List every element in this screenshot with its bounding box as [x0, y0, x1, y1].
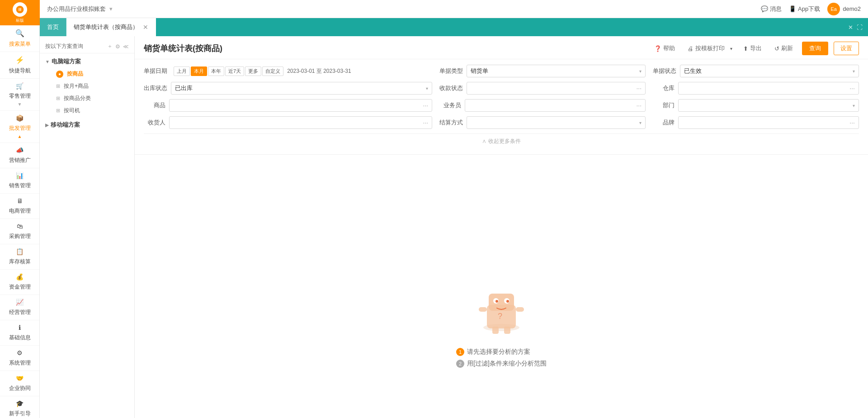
goods-select[interactable]: ··· — [169, 99, 432, 112]
tree-item-by-category[interactable]: ⊞ 按商品分类 — [52, 92, 134, 104]
tree-item-by-driver[interactable]: ⊞ 按司机 — [52, 104, 134, 117]
tab-close-icon[interactable]: ✕ — [143, 24, 148, 31]
help-icon: ❓ — [654, 45, 661, 52]
doctype-select[interactable]: 销货单 ▾ — [467, 65, 646, 77]
filter-brand-cell: 品牌 ··· — [646, 116, 859, 129]
recipient-select[interactable]: ··· — [169, 116, 432, 129]
sidebar-item-operations[interactable]: 📈 经营管理 — [0, 295, 39, 320]
sidebar-item-ecommerce[interactable]: 🖥 电商管理 — [0, 194, 39, 219]
help-btn[interactable]: ❓ 帮助 — [651, 43, 679, 54]
export-btn[interactable]: ⬆ 导出 — [740, 43, 765, 54]
collapse-panel-icon[interactable]: ≪ — [123, 43, 129, 50]
sidebar-item-basic[interactable]: ℹ 基础信息 — [0, 320, 39, 346]
header-right: 💬 消息 📱 App下载 Ea demo2 — [761, 3, 861, 15]
app-download-btn[interactable]: 📱 App下载 — [789, 5, 820, 13]
left-panel: 按以下方案查询 ＋ ⚙ ≪ ▼ 电脑端方案 ● 按商品 ⊞ 按月+商品 — [40, 36, 135, 418]
tree-group-desktop[interactable]: ▼ 电脑端方案 — [40, 55, 134, 68]
recipient-dots: ··· — [423, 119, 429, 126]
filter-row-1: 单据日期 上月 本月 本年 近7天 更多 自定义 2023-03-01 至 20… — [144, 65, 859, 77]
date-this-year[interactable]: 本年 — [208, 66, 224, 76]
print-btn[interactable]: 🖨 按模板打印 — [684, 43, 728, 54]
filter-doctype-cell: 单据类型 销货单 ▾ — [432, 65, 646, 77]
tip1-circle: 1 — [456, 348, 464, 356]
sidebar-item-guide[interactable]: 🎓 新手引导 — [0, 396, 39, 418]
refresh-icon: ↺ — [774, 45, 779, 52]
sidebar-item-finance[interactable]: 💰 资金管理 — [0, 270, 39, 295]
docstatus-select[interactable]: 已生效 ▾ — [680, 65, 859, 77]
sidebar-item-retail[interactable]: 🛒 零售管理 ▼ — [0, 79, 39, 111]
sidebar-item-system[interactable]: ⚙ 系统管理 — [0, 346, 39, 371]
docstatus-arrow: ▾ — [853, 69, 855, 74]
sidebar-item-sales[interactable]: 📊 销售管理 — [0, 168, 39, 194]
sidebar-item-search[interactable]: 🔍 搜索菜单 — [0, 25, 39, 52]
tree-item-by-goods[interactable]: ● 按商品 — [52, 68, 134, 80]
stock-select[interactable]: 已出库 ▾ — [171, 82, 432, 95]
maximize-icon[interactable]: ⛶ — [857, 24, 863, 31]
content-area: 按以下方案查询 ＋ ⚙ ≪ ▼ 电脑端方案 ● 按商品 ⊞ 按月+商品 — [40, 36, 868, 418]
date-last-7days[interactable]: 近7天 — [225, 66, 244, 76]
settlement-select[interactable]: ▾ — [467, 116, 646, 129]
department-select[interactable]: ▾ — [678, 99, 859, 112]
tree-item-by-month-goods[interactable]: ⊞ 按月+商品 — [52, 80, 134, 92]
left-panel-header: 按以下方案查询 ＋ ⚙ ≪ — [40, 40, 134, 53]
active-dot: ● — [56, 71, 63, 78]
goods-dots: ··· — [423, 102, 429, 109]
svg-point-6 — [506, 300, 509, 303]
message-icon: 💬 — [761, 5, 768, 12]
salesperson-label: 业务员 — [439, 101, 465, 109]
date-quick-buttons: 上月 本月 本年 近7天 更多 自定义 — [174, 66, 283, 76]
date-custom[interactable]: 自定义 — [262, 66, 283, 76]
svg-point-5 — [495, 300, 498, 303]
messages-btn[interactable]: 💬 消息 — [761, 5, 782, 13]
sidebar-item-marketing[interactable]: 📣 营销推广 — [0, 143, 39, 168]
date-this-month[interactable]: 本月 — [191, 66, 207, 76]
svg-rect-7 — [479, 307, 487, 312]
date-last-month[interactable]: 上月 — [174, 66, 190, 76]
brand-select[interactable]: ··· — [678, 116, 859, 129]
filter-stock-cell: 出库状态 已出库 ▾ — [144, 82, 432, 95]
filter-date-cell: 单据日期 上月 本月 本年 近7天 更多 自定义 2023-03-01 至 20… — [144, 66, 432, 76]
sidebar-item-wholesale[interactable]: 📦 批发管理 ▲ — [0, 111, 39, 143]
main-area: 办公用品行业模拟账套 ▾ 💬 消息 📱 App下载 Ea demo2 首页 — [40, 0, 868, 418]
filter-department-cell: 部门 ▾ — [646, 99, 859, 112]
filter-recipient-cell: 收货人 ··· — [144, 116, 432, 129]
tab-sales-stats[interactable]: 销货单统计表（按商品） ✕ — [66, 18, 156, 36]
refresh-btn[interactable]: ↺ 刷新 — [771, 43, 797, 54]
app-logo: 标版 — [0, 0, 40, 25]
empty-tip-1: 1 请先选择要分析的方案 — [456, 348, 530, 356]
header-left: 办公用品行业模拟账套 ▾ — [47, 5, 113, 13]
add-scheme-icon[interactable]: ＋ — [107, 43, 113, 50]
print-dropdown-arrow[interactable]: ▾ — [728, 44, 734, 53]
warehouse-dots: ··· — [849, 85, 855, 92]
dropdown-arrow[interactable]: ▾ — [109, 5, 113, 12]
settings-scheme-icon[interactable]: ⚙ — [115, 43, 120, 50]
collapse-conditions-btn[interactable]: ∧ 收起更多条件 — [144, 133, 859, 149]
query-btn[interactable]: 查询 — [802, 42, 828, 55]
date-label: 单据日期 — [144, 67, 171, 75]
empty-illustration: ? — [474, 285, 528, 339]
filter-docstatus-cell: 单据状态 已生效 ▾ — [646, 65, 859, 77]
salesperson-select[interactable]: ··· — [465, 99, 646, 112]
empty-tips: 1 请先选择要分析的方案 2 用[过滤]条件来缩小分析范围 — [456, 348, 547, 368]
right-panel: 销货单统计表(按商品) ❓ 帮助 🖨 按模板打印 ▾ ⬆ — [135, 36, 868, 418]
top-header: 办公用品行业模拟账套 ▾ 💬 消息 📱 App下载 Ea demo2 — [40, 0, 868, 18]
sidebar-item-inventory[interactable]: 📋 库存核算 — [0, 244, 39, 270]
sidebar-item-purchase[interactable]: 🛍 采购管理 — [0, 219, 39, 244]
tab-home[interactable]: 首页 — [40, 18, 66, 36]
filter-payment-cell: 收款状态 ··· — [432, 82, 646, 95]
empty-state: ? 1 请先选择要分析的方案 2 用[过滤]条件来缩小分析范围 — [135, 155, 868, 418]
sidebar-item-quicknav[interactable]: ⚡ 快捷导航 — [0, 52, 39, 79]
close-icon[interactable]: ✕ — [848, 24, 853, 31]
filter-salesperson-cell: 业务员 ··· — [432, 99, 646, 112]
user-profile[interactable]: Ea demo2 — [827, 3, 861, 15]
payment-select[interactable]: ··· — [467, 82, 646, 95]
filter-area: 单据日期 上月 本月 本年 近7天 更多 自定义 2023-03-01 至 20… — [135, 59, 868, 155]
warehouse-select[interactable]: ··· — [678, 82, 859, 95]
tree-group-mobile[interactable]: ▶ 移动端方案 — [40, 119, 134, 131]
export-icon: ⬆ — [743, 45, 748, 52]
sidebar-item-enterprise[interactable]: 🤝 企业协同 — [0, 371, 39, 396]
date-more[interactable]: 更多 — [245, 66, 261, 76]
settings-btn[interactable]: 设置 — [834, 42, 859, 55]
grid-icon-1: ⊞ — [56, 83, 60, 89]
tab-maximize-btn[interactable]: ✕ ⛶ — [843, 18, 868, 36]
